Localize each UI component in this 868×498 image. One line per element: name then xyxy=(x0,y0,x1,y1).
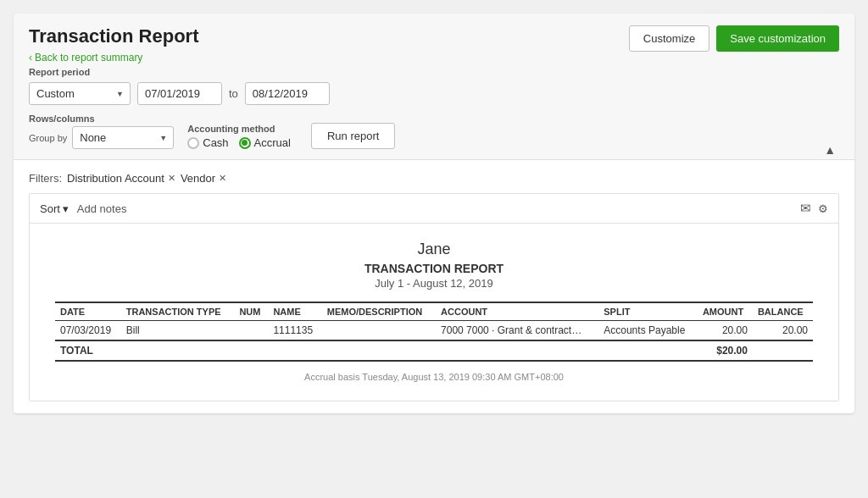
cell-date: 07/03/2019 xyxy=(55,321,121,341)
sort-label: Sort xyxy=(40,202,60,215)
sort-chevron-icon: ▾ xyxy=(63,202,69,215)
report-title: TRANSACTION REPORT xyxy=(55,262,813,275)
filters-label: Filters: xyxy=(29,172,62,185)
rows-columns-section: Rows/columns Group by None Accounting me… xyxy=(29,113,839,149)
to-label: to xyxy=(229,87,238,100)
group-by-label: Group by xyxy=(29,133,67,143)
col-header-split: SPLIT xyxy=(598,302,698,321)
sort-button[interactable]: Sort ▾ xyxy=(40,202,69,215)
cash-label: Cash xyxy=(203,136,228,149)
cell-num xyxy=(234,321,268,341)
report-period-label: Report period xyxy=(29,67,839,77)
period-type-select[interactable]: Custom xyxy=(29,82,131,105)
accrual-radio-button[interactable] xyxy=(239,137,251,149)
chevron-left-icon: ‹ xyxy=(29,52,32,64)
cell-transaction-type: Bill xyxy=(121,321,235,341)
date-to-input[interactable] xyxy=(245,82,330,105)
filter-tag-distribution-account: Distribution Account ✕ xyxy=(67,172,175,185)
toolbar-left: Sort ▾ Add notes xyxy=(40,202,126,215)
rows-columns-label: Rows/columns xyxy=(29,113,174,124)
col-header-account: ACCOUNT xyxy=(436,302,598,321)
cell-balance: 20.00 xyxy=(753,321,813,341)
table-header-row: DATE TRANSACTION TYPE NUM NAME MEMO/DESC… xyxy=(55,302,813,321)
cell-amount: 20.00 xyxy=(698,321,753,341)
filter-distribution-account-remove[interactable]: ✕ xyxy=(168,173,175,184)
table-row: 07/03/2019 Bill 1111135 7000 7000 · Gran… xyxy=(55,321,813,341)
filter-distribution-account-text: Distribution Account xyxy=(67,172,164,185)
report-toolbar: Sort ▾ Add notes ✉ ⚙ xyxy=(30,194,838,224)
col-header-memo: MEMO/DESCRIPTION xyxy=(322,302,436,321)
report-date-range: July 1 - August 12, 2019 xyxy=(55,277,813,290)
group-by-select[interactable]: None xyxy=(72,126,174,149)
accounting-method-label: Accounting method xyxy=(187,124,291,134)
report-company-name: Jane xyxy=(55,241,813,258)
filter-tag-vendor: Vendor ✕ xyxy=(181,172,226,185)
col-header-num: NUM xyxy=(234,302,268,321)
total-row: TOTAL $20.00 xyxy=(55,340,813,361)
cash-radio-item[interactable]: Cash xyxy=(187,136,228,149)
cell-account: 7000 7000 · Grant & contract… xyxy=(436,321,598,341)
cash-radio-button[interactable] xyxy=(187,137,199,149)
content-section: Filters: Distribution Account ✕ Vendor ✕… xyxy=(14,160,854,413)
col-header-date: DATE xyxy=(55,302,121,321)
report-table: DATE TRANSACTION TYPE NUM NAME MEMO/DESC… xyxy=(55,302,813,362)
accounting-method-group: Accounting method Cash Accrual xyxy=(187,124,291,149)
total-balance-empty xyxy=(753,340,813,361)
report-body: Jane TRANSACTION REPORT July 1 - August … xyxy=(30,224,838,401)
total-label: TOTAL xyxy=(55,340,698,361)
accrual-label: Accrual xyxy=(254,136,291,149)
period-controls-row: Custom to xyxy=(29,82,839,105)
filters-row: Filters: Distribution Account ✕ Vendor ✕ xyxy=(29,172,839,185)
report-container: Sort ▾ Add notes ✉ ⚙ Jane TRANSACTION RE… xyxy=(29,193,839,401)
filter-vendor-text: Vendor xyxy=(181,172,215,185)
email-icon[interactable]: ✉ xyxy=(800,201,811,216)
toolbar-right: ✉ ⚙ xyxy=(800,201,828,216)
report-footer: Accrual basis Tuesday, August 13, 2019 0… xyxy=(55,362,813,387)
period-type-select-wrapper: Custom xyxy=(29,82,131,105)
save-customization-button[interactable]: Save customization xyxy=(716,25,839,52)
date-from-input[interactable] xyxy=(137,82,222,105)
cell-split: Accounts Payable xyxy=(598,321,698,341)
customize-button[interactable]: Customize xyxy=(629,25,709,52)
settings-icon[interactable]: ⚙ xyxy=(818,202,828,215)
col-header-amount: AMOUNT xyxy=(698,302,753,321)
col-header-name: NAME xyxy=(268,302,321,321)
accounting-method-radio-group: Cash Accrual xyxy=(187,136,291,149)
run-report-button[interactable]: Run report xyxy=(311,123,395,149)
cell-memo xyxy=(322,321,436,341)
collapse-button[interactable]: ▲ xyxy=(821,140,839,160)
total-amount: $20.00 xyxy=(698,340,753,361)
add-notes-button[interactable]: Add notes xyxy=(77,202,127,215)
group-by-select-wrapper: None xyxy=(72,126,174,149)
filter-vendor-remove[interactable]: ✕ xyxy=(219,173,226,184)
back-to-summary-link[interactable]: ‹ Back to report summary xyxy=(29,52,142,64)
col-header-transaction-type: TRANSACTION TYPE xyxy=(121,302,235,321)
header-section: Customize Save customization Transaction… xyxy=(14,14,854,160)
cell-name: 1111135 xyxy=(268,321,321,341)
col-header-balance: BALANCE xyxy=(753,302,813,321)
accrual-radio-item[interactable]: Accrual xyxy=(239,136,291,149)
group-by-field: Rows/columns Group by None xyxy=(29,113,174,149)
